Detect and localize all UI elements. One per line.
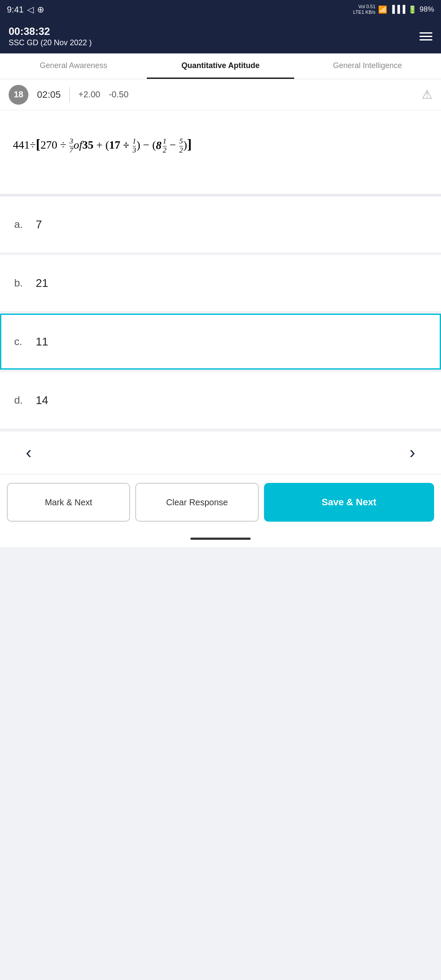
signal-info: Vol 0.51 LTE1 KB/s — [353, 4, 376, 15]
question-body: 441÷[270 ÷ 37of35 + (17 ÷ 13) − (812 − 5… — [0, 110, 441, 196]
menu-button[interactable] — [419, 32, 432, 40]
options-container: a. 7 b. 21 c. 11 d. 14 — [0, 196, 441, 428]
save-next-button[interactable]: Save & Next — [264, 483, 434, 522]
location-icon: ◁ — [27, 4, 34, 15]
vpn-icon: ⊕ — [37, 4, 44, 15]
app-header: 00:38:32 SSC GD (20 Nov 2022 ) — [0, 19, 441, 53]
home-indicator — [0, 530, 441, 547]
tab-bar: General Awareness Quantitative Aptitude … — [0, 53, 441, 79]
navigation-bar: ‹ › — [0, 431, 441, 474]
option-a-value: 7 — [36, 218, 42, 231]
question-timer: 02:05 — [37, 89, 61, 100]
option-c[interactable]: c. 11 — [0, 314, 441, 370]
tab-quantitative-aptitude[interactable]: Quantitative Aptitude — [147, 53, 294, 79]
signal-bars-icon: ▐▐▐ — [390, 5, 405, 14]
option-b[interactable]: b. 21 — [0, 255, 441, 311]
option-d-value: 14 — [36, 394, 48, 407]
home-bar — [190, 538, 251, 540]
mark-next-button[interactable]: Mark & Next — [7, 483, 130, 522]
question-text: 441÷[270 ÷ 37of35 + (17 ÷ 13) − (812 − 5… — [13, 132, 428, 157]
option-d[interactable]: d. 14 — [0, 372, 441, 428]
status-time: 9:41 — [7, 5, 24, 15]
tab-general-intelligence[interactable]: General Intelligence — [294, 53, 441, 79]
tab-general-awareness[interactable]: General Awareness — [0, 53, 147, 79]
prev-button[interactable]: ‹ — [17, 439, 40, 467]
action-bar: Mark & Next Clear Response Save & Next — [0, 474, 441, 530]
battery-icon: 🔋 — [408, 5, 417, 14]
question-number-badge: 18 — [9, 85, 28, 105]
option-a[interactable]: a. 7 — [0, 196, 441, 252]
marks-positive: +2.00 — [78, 90, 100, 100]
battery-percent: 98% — [419, 5, 434, 14]
option-c-value: 11 — [36, 335, 48, 348]
option-a-label: a. — [14, 218, 36, 230]
clear-response-button[interactable]: Clear Response — [135, 483, 258, 522]
option-b-value: 21 — [36, 277, 48, 290]
next-button[interactable]: › — [401, 439, 424, 467]
timer-display: 00:38:32 — [9, 25, 92, 37]
status-bar: 9:41 ◁ ⊕ Vol 0.51 LTE1 KB/s 📶 ▐▐▐ 🔋 98% — [0, 0, 441, 19]
warning-icon: ⚠ — [422, 87, 432, 102]
wifi-icon: 📶 — [378, 5, 387, 14]
option-c-label: c. — [14, 336, 36, 348]
exam-title: SSC GD (20 Nov 2022 ) — [9, 38, 92, 47]
option-d-label: d. — [14, 394, 36, 406]
meta-divider — [69, 87, 70, 103]
option-b-label: b. — [14, 277, 36, 289]
question-meta-bar: 18 02:05 +2.00 -0.50 ⚠ — [0, 79, 441, 110]
marks-negative: -0.50 — [109, 90, 129, 100]
